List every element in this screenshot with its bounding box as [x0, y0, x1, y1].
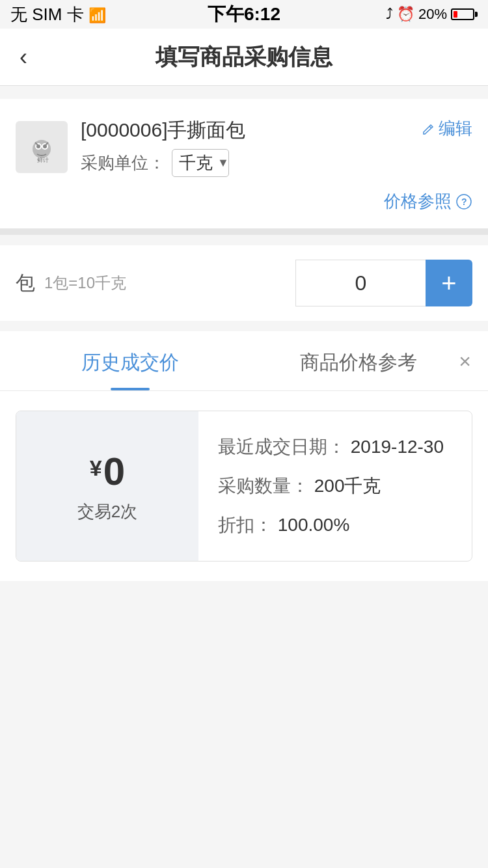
status-signal: 无 SIM 卡 📶: [10, 3, 106, 26]
alarm-icon: ⏰: [397, 6, 414, 23]
status-bar: 无 SIM 卡 📶 下午6:12 ⤴ ⏰ 20%: [0, 0, 488, 29]
product-thumb-icon: 鲜计: [25, 131, 58, 163]
recent-date-label: 最近成交日期：: [218, 437, 346, 457]
product-thumbnail: 鲜计: [16, 121, 68, 173]
tabs-close-button[interactable]: ×: [452, 342, 478, 379]
svg-text:鲜计: 鲜计: [37, 157, 49, 163]
quantity-section: 包 1包=10千克 0 +: [0, 245, 488, 321]
tab-product-price-ref[interactable]: 商品价格参考: [244, 331, 472, 390]
location-icon: ⤴: [386, 6, 393, 23]
card-section: ¥ 0 交易2次 最近成交日期： 2019-12-30 采购数量： 200千克 …: [0, 391, 488, 581]
edit-icon: [422, 122, 436, 136]
product-left: 鲜计 [0000006]手撕面包 采购单位： 千克 ▼: [16, 117, 245, 177]
quantity-label-wrap: 包 1包=10千克: [16, 270, 126, 297]
unit-label: 采购单位：: [81, 152, 165, 174]
info-card: ¥ 0 交易2次 最近成交日期： 2019-12-30 采购数量： 200千克 …: [16, 411, 472, 562]
nav-bar: ‹ 填写商品采购信息: [0, 29, 488, 86]
unit-value[interactable]: 千克: [172, 149, 229, 177]
card-price: ¥ 0: [90, 449, 125, 494]
recent-date-row: 最近成交日期： 2019-12-30: [218, 433, 452, 461]
product-section: 鲜计 [0000006]手撕面包 采购单位： 千克 ▼ 编辑: [0, 99, 488, 228]
quantity-unit-badge: 包: [16, 270, 35, 297]
battery-icon: [451, 8, 478, 20]
recent-date-value: 2019-12-30: [351, 437, 444, 457]
edit-button[interactable]: 编辑: [422, 117, 472, 140]
purchase-qty-label: 采购数量：: [218, 476, 309, 496]
divider-bar: [0, 228, 488, 235]
discount-label: 折扣：: [218, 515, 273, 535]
quantity-input[interactable]: 0: [295, 260, 426, 306]
price-value: 0: [103, 449, 125, 494]
currency-symbol: ¥: [90, 455, 102, 481]
battery-percent: 20%: [418, 6, 447, 23]
help-icon: ?: [455, 193, 472, 210]
trade-count: 交易2次: [77, 500, 137, 523]
card-right: 最近成交日期： 2019-12-30 采购数量： 200千克 折扣： 100.0…: [198, 411, 472, 561]
product-info: [0000006]手撕面包 采购单位： 千克 ▼: [81, 117, 245, 177]
card-left: ¥ 0 交易2次: [16, 411, 198, 561]
svg-text:?: ?: [461, 197, 467, 207]
price-ref-button[interactable]: 价格参照 ?: [384, 190, 472, 213]
status-time: 下午6:12: [208, 2, 280, 27]
product-name: [0000006]手撕面包: [81, 117, 245, 144]
back-button[interactable]: ‹: [13, 37, 34, 77]
quantity-controls: 0 +: [295, 260, 472, 306]
discount-value: 100.00%: [278, 515, 350, 535]
purchase-qty-row: 采购数量： 200千克: [218, 472, 452, 500]
quantity-sub-label: 1包=10千克: [44, 273, 126, 293]
unit-select-wrap[interactable]: 千克 ▼: [172, 149, 229, 177]
tabs-section: 历史成交价 商品价格参考 × ¥ 0 交易2次 最近成交日期： 2019-12-…: [0, 331, 488, 581]
quantity-plus-button[interactable]: +: [426, 260, 472, 306]
tab-history-price[interactable]: 历史成交价: [16, 331, 244, 390]
tabs-header: 历史成交价 商品价格参考 ×: [0, 331, 488, 391]
status-right: ⤴ ⏰ 20%: [386, 6, 478, 23]
product-unit-row: 采购单位： 千克 ▼: [81, 149, 245, 177]
product-bottom-row: 价格参照 ?: [16, 190, 472, 213]
discount-row: 折扣： 100.00%: [218, 511, 452, 539]
page-title: 填写商品采购信息: [156, 42, 332, 72]
purchase-qty-value: 200千克: [314, 476, 381, 496]
product-header: 鲜计 [0000006]手撕面包 采购单位： 千克 ▼ 编辑: [16, 117, 472, 177]
